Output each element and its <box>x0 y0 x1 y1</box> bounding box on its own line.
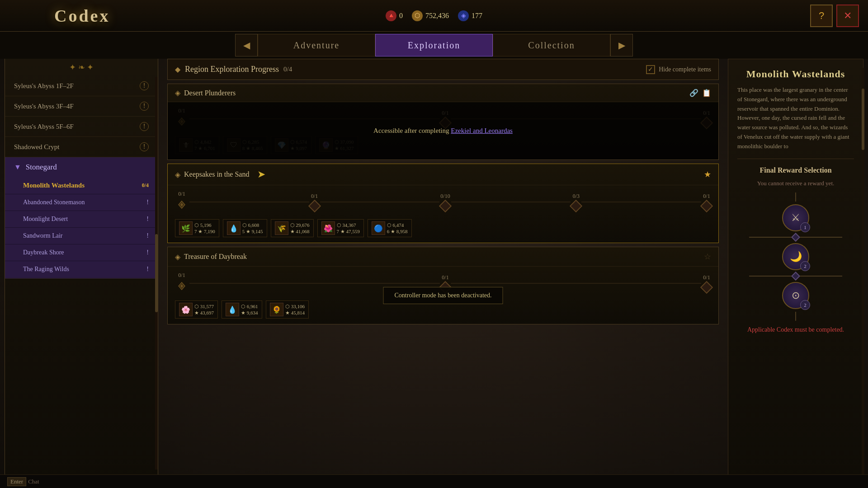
sidebar-item-shadowed-crypt[interactable]: Shadowed Crypt ! <box>5 137 158 157</box>
sidebar-scrollbar[interactable] <box>155 77 158 469</box>
hide-complete-toggle[interactable]: ✓ Hide complete items <box>646 65 711 74</box>
close-button[interactable]: ✕ <box>836 5 859 27</box>
tab-exploration[interactable]: Exploration <box>375 34 493 56</box>
nav-prev[interactable]: ◀ <box>235 34 258 56</box>
reward-val: ★ 43,697 <box>194 310 214 316</box>
hide-complete-checkbox[interactable]: ✓ <box>646 65 655 74</box>
sidebar-item-sandworm-lair[interactable]: Sandworm Lair ! <box>5 228 158 244</box>
tab-adventure[interactable]: Adventure <box>258 34 375 56</box>
sub-item-label: Monolith Wastelands <box>23 182 85 189</box>
help-button[interactable]: ? <box>810 5 833 27</box>
nav-next[interactable]: ▶ <box>610 34 633 56</box>
sidebar-group-header[interactable]: ▼ Stonegard <box>5 157 158 177</box>
region-title: ◆ Region Exploration Progress 0/4 <box>175 65 292 74</box>
chain-connector <box>795 192 796 202</box>
controller-notice: Controller mode has been deactivated. <box>383 287 503 304</box>
controller-notice-text: Controller mode has been deactivated. <box>395 292 492 299</box>
currency-red: 🔺 0 <box>386 10 403 21</box>
reward-icon: 💧 <box>226 303 239 316</box>
step-label: 0/1 <box>442 274 448 281</box>
reward-item-3: 🌻 ⬡ 33,106 ★ 45,814 <box>266 300 309 319</box>
orb-icon: 🌙 <box>790 251 802 263</box>
step-label: 0/1 <box>178 272 185 279</box>
top-bar: Codex 🔺 0 ⬡ 752,436 ◈ 177 ? ✕ <box>0 0 868 32</box>
info-icon: ! <box>140 102 149 111</box>
panel-description: This place was the largest granary in th… <box>737 85 854 151</box>
reward-icon: 🌺 <box>321 221 335 235</box>
orb-badge: 1 <box>800 222 810 232</box>
quest-title-text: Treasure of Daybreak <box>184 253 247 261</box>
quest-card-header: ◈ Treasure of Daybreak ☆ <box>168 247 718 267</box>
quest-card-treasure-daybreak: ◈ Treasure of Daybreak ☆ 0/1 <box>167 247 719 324</box>
quest-card-desert-plunderers: ◈ Desert Plunderers 🔗 📋 0/1 <box>167 84 719 160</box>
reward-orb-3: ⊙ 2 <box>782 282 809 309</box>
sidebar-item-moonlight-desert[interactable]: Moonlight Desert ! <box>5 211 158 228</box>
step-line <box>320 202 440 202</box>
chat-label: Chat <box>28 478 39 485</box>
chain-connector <box>795 312 796 321</box>
final-reward-subtitle: You cannot receive a reward yet. <box>737 180 854 187</box>
info-icon: ! <box>146 199 149 206</box>
star-filled-icon[interactable]: ★ <box>704 169 711 179</box>
reward-item-3: 🌾 ⬡ 29,676 ★ 41,068 <box>271 219 314 237</box>
sidebar-item-syleus-5f6f[interactable]: Syleus's Abyss 5F–6F ! <box>5 117 158 137</box>
quest-title-text: Desert Plunderers <box>184 89 236 97</box>
reward-values: ⬡ 6,961 ★ 9,634 <box>241 304 258 316</box>
nav-tabs: ◀ Adventure Exploration Collection ▶ <box>0 32 868 59</box>
hide-complete-label: Hide complete items <box>659 66 711 73</box>
rewards-row: 🌿 ⬡ 5,196 7 ★ 7,190 💧 ⬡ 6,608 5 ★ 9,145 <box>168 216 718 243</box>
step-line <box>189 202 309 202</box>
sidebar-item-abandoned-stonemason[interactable]: Abandoned Stonemason ! <box>5 194 158 211</box>
step-label: 0/1 <box>178 191 185 197</box>
sidebar-item-syleus-1f2f[interactable]: Syleus's Abyss 1F–2F ! <box>5 76 158 96</box>
currency-gold-icon: ⬡ <box>412 10 423 21</box>
sub-item-label: Abandoned Stonemason <box>23 199 85 206</box>
panel-title: Monolith Wastelands <box>737 68 854 80</box>
accessible-link[interactable]: Ezekiel and Leonardas <box>451 127 513 134</box>
right-panel: Monolith Wastelands This place was the l… <box>728 59 863 488</box>
step-node-5: 0/1 <box>702 193 711 211</box>
top-right-buttons: ? ✕ <box>810 5 859 27</box>
tab-collection[interactable]: Collection <box>493 34 610 56</box>
region-header: ◆ Region Exploration Progress 0/4 ✓ Hide… <box>167 59 719 80</box>
quest-card-body: 0/1 0/1 0/1 <box>168 267 718 324</box>
quest-title: ◈ Desert Plunderers <box>175 89 236 97</box>
reward-val: ⬡ 6,961 <box>241 304 258 310</box>
app-title: Codex <box>54 6 110 26</box>
step-node-1: 0/1 <box>175 272 189 294</box>
reward-val: ⬡ 31,577 <box>194 304 214 310</box>
quest-title: ◈ Keepsakes in the Sand ➤ <box>175 169 265 180</box>
diamond-icon: ◈ <box>175 89 180 97</box>
copy-icon: 📋 <box>702 89 711 97</box>
sidebar-item-syleus-3f4f[interactable]: Syleus's Abyss 3F–4F ! <box>5 96 158 117</box>
sidebar-item-monolith-wastelands[interactable]: Monolith Wastelands 0/4 <box>5 177 158 194</box>
reward-values: ⬡ 6,608 5 ★ 9,145 <box>242 222 263 235</box>
info-icon: ! <box>140 142 149 151</box>
diamond-icon: ◈ <box>175 253 180 261</box>
reward-val: ⬡ 5,196 <box>194 222 215 228</box>
reward-item-2: 💧 ⬡ 6,608 5 ★ 9,145 <box>223 219 267 237</box>
sub-item-label: The Raging Wilds <box>23 266 69 273</box>
reward-item-1: 🌿 ⬡ 5,196 7 ★ 7,190 <box>175 219 219 237</box>
accessible-after-text: Accessible after completing <box>373 127 449 134</box>
reward-icon: 🔵 <box>372 221 385 235</box>
bottom-bar: Enter Chat <box>0 474 868 488</box>
sidebar-item-daybreak-shore[interactable]: Daybreak Shore ! <box>5 244 158 261</box>
reward-chain: ⚔ 1 🌙 2 <box>737 192 854 321</box>
quest-card-header: ◈ Desert Plunderers 🔗 📋 <box>168 84 718 102</box>
sub-item-label: Daybreak Shore <box>23 249 64 256</box>
step-node-2: 0/1 <box>310 193 319 211</box>
final-reward-title: Final Reward Selection <box>737 166 854 174</box>
right-scrollbar[interactable] <box>862 68 864 479</box>
reward-item-1: 🌸 ⬡ 31,577 ★ 43,697 <box>175 300 218 319</box>
info-icon: ! <box>146 249 149 256</box>
sub-item-label: Moonlight Desert <box>23 216 68 223</box>
step-diamond-icon <box>308 200 321 212</box>
reward-values: ⬡ 29,676 ★ 41,068 <box>290 222 310 235</box>
main-layout: ✦ ❧ ✦ Syleus's Abyss 1F–2F ! Syleus's Ab… <box>0 59 868 488</box>
applicable-text: Applicable Codex must be completed. <box>737 326 854 333</box>
sidebar-item-raging-wilds[interactable]: The Raging Wilds ! <box>5 261 158 278</box>
currency-gold-value: 752,436 <box>425 12 449 20</box>
star-empty-icon[interactable]: ☆ <box>704 252 711 262</box>
info-icon: ! <box>146 266 149 273</box>
